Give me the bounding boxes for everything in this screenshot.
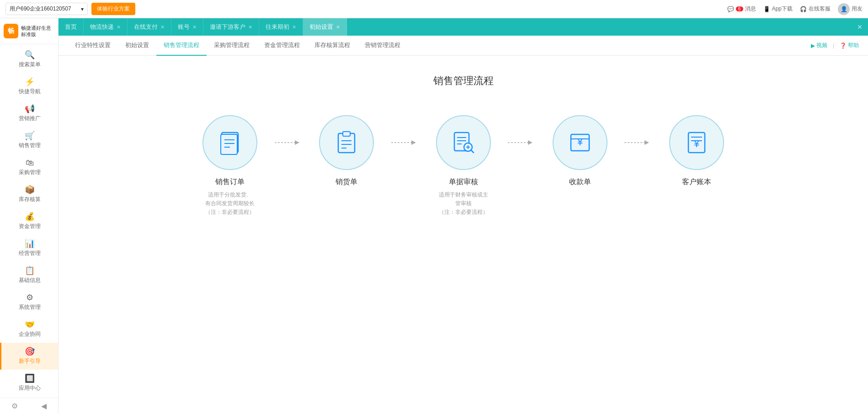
sidebar-item-quick-nav[interactable]: ⚡ 快捷导航	[0, 73, 58, 100]
user-dropdown[interactable]: 用户690企业1660120507 ▾	[5, 3, 88, 15]
sub-tab-industry-settings[interactable]: 行业特性设置	[68, 36, 118, 56]
sidebar-label-inventory: 库存核算	[19, 196, 41, 203]
message-label: 消息	[745, 5, 756, 13]
nav-tab-close-payment[interactable]: ✕	[160, 24, 165, 30]
flow-arrow-2	[388, 138, 422, 147]
user-profile-item[interactable]: 👤 用友	[838, 3, 863, 15]
nav-tab-logistics[interactable]: 物流快递✕	[84, 18, 128, 36]
sidebar-item-inventory[interactable]: 📦 库存核算	[0, 181, 58, 208]
nav-tab-account[interactable]: 账号✕	[171, 18, 203, 36]
nav-tab-invite-downstream[interactable]: 邀请下游客户✕	[203, 18, 259, 36]
svg-marker-16	[411, 140, 416, 145]
flow-step-desc-doc-review: 适用于财务审核或主管审核（注：非必要流程）	[439, 191, 488, 217]
headset-icon: 🎧	[800, 6, 807, 12]
sidebar-item-purchase-mgmt[interactable]: 🛍 采购管理	[0, 154, 58, 181]
sub-tab-capital-flow[interactable]: 资金管理流程	[257, 36, 307, 56]
help-link[interactable]: ❓ 帮助	[840, 42, 859, 49]
sidebar-label-finance-mgmt: 资金管理	[19, 223, 41, 230]
message-badge: 6	[736, 6, 743, 11]
nav-bar-close-all[interactable]: ✕	[852, 23, 868, 31]
sidebar-item-app-center[interactable]: 🔲 应用中心	[0, 370, 58, 397]
sidebar-label-sys-mgmt: 系统管理	[19, 303, 41, 311]
flow-step-circle-collection: ¥	[553, 115, 607, 170]
phone-icon: 📱	[763, 6, 770, 12]
trial-btn[interactable]: 体验行业方案	[91, 3, 135, 15]
app-layout: 畅 畅捷通好生意 标准版 🔍 搜索菜单 ⚡ 快捷导航 📢 营销推广 🛒 销售管理…	[0, 18, 868, 414]
sidebar-item-sys-mgmt[interactable]: ⚙ 系统管理	[0, 289, 58, 316]
flow-step-sales-order[interactable]: 销售订单 适用于分批发货、有合同发货周期较长（注：非必要流程）	[189, 115, 271, 217]
sidebar-item-marketing-promo[interactable]: 📢 营销推广	[0, 100, 58, 127]
flow-step-collection[interactable]: ¥ 收款单	[539, 115, 621, 191]
online-service-label: 在线客服	[809, 5, 831, 13]
sub-tab-init-settings[interactable]: 初始设置	[118, 36, 156, 56]
sidebar-nav: 🔍 搜索菜单 ⚡ 快捷导航 📢 营销推广 🛒 销售管理 🛍 采购管理 📦 库存核…	[0, 44, 58, 398]
sidebar-icon-enterprise-collab: 🤝	[25, 320, 35, 329]
flow-title: 销售管理流程	[433, 74, 494, 88]
sidebar-item-enterprise-collab[interactable]: 🤝 企业协同	[0, 316, 58, 343]
nav-tab-close-init-settings[interactable]: ✕	[336, 24, 340, 30]
nav-tab-close-invite-downstream[interactable]: ✕	[248, 24, 252, 30]
flow-step-circle-doc-review	[436, 115, 491, 170]
nav-tab-payment[interactable]: 在线支付✕	[128, 18, 171, 36]
sidebar-item-new-guide[interactable]: 🎯 新手引导	[0, 343, 58, 370]
sidebar-item-basic-info[interactable]: 📋 基础信息	[0, 262, 58, 289]
nav-tab-close-period-init[interactable]: ✕	[292, 24, 296, 30]
sidebar-logo: 畅 畅捷通好生意 标准版	[0, 18, 58, 44]
nav-tab-period-init[interactable]: 往来期初✕	[259, 18, 303, 36]
sidebar-icon-purchase-mgmt: 🛍	[26, 159, 34, 167]
sidebar-item-sales-mgmt[interactable]: 🛒 销售管理	[0, 127, 58, 154]
sidebar-item-ops-mgmt[interactable]: 📊 经营管理	[0, 235, 58, 262]
nav-tab-home[interactable]: 首页	[59, 18, 84, 36]
flow-step-name-customer-account: 客户账本	[682, 177, 711, 187]
svg-text:¥: ¥	[577, 136, 583, 148]
sub-tabs-right: ▶ 视频 | ❓ 帮助	[811, 42, 859, 49]
help-label: 帮助	[848, 42, 859, 49]
sidebar-label-ops-mgmt: 经营管理	[19, 249, 41, 257]
sub-tab-sales-flow[interactable]: 销售管理流程	[156, 36, 207, 56]
collapse-icon[interactable]: ◀	[41, 402, 47, 410]
online-service-item[interactable]: 🎧 在线客服	[800, 5, 831, 13]
nav-tab-label-payment: 在线支付	[134, 23, 158, 31]
flow-step-doc-review[interactable]: 单据审核 适用于财务审核或主管审核（注：非必要流程）	[422, 115, 504, 217]
sidebar-icon-basic-info: 📋	[25, 266, 35, 275]
flow-arrow-1	[271, 138, 306, 147]
sidebar-icon-sales-mgmt: 🛒	[25, 132, 35, 140]
sidebar-icon-inventory: 📦	[25, 186, 35, 194]
app-download-label: App下载	[772, 5, 793, 13]
nav-tab-label-home: 首页	[65, 23, 77, 31]
settings-icon[interactable]: ⚙	[11, 402, 18, 410]
svg-marker-9	[295, 140, 299, 145]
sidebar-icon-app-center: 🔲	[25, 374, 35, 382]
video-label: 视频	[816, 42, 827, 49]
sidebar-label-sales-mgmt: 销售管理	[19, 142, 41, 149]
sidebar-label-search: 搜索菜单	[19, 61, 41, 69]
app-download-item[interactable]: 📱 App下载	[763, 5, 793, 13]
flow-step-sales-invoice[interactable]: 销货单	[306, 115, 388, 191]
flow-step-name-collection: 收款单	[569, 177, 591, 187]
sidebar-item-finance-mgmt[interactable]: 💰 资金管理	[0, 208, 58, 235]
help-icon: ❓	[840, 42, 847, 49]
flow-steps: 销售订单 适用于分批发货、有合同发货周期较长（注：非必要流程） 销货单	[189, 115, 738, 217]
sidebar-label-enterprise-collab: 企业协同	[19, 330, 41, 338]
sidebar-item-search[interactable]: 🔍 搜索菜单	[0, 46, 58, 73]
sidebar-label-quick-nav: 快捷导航	[19, 88, 41, 96]
top-header: 用户690企业1660120507 ▾ 体验行业方案 💬 6 消息 📱 App下…	[0, 0, 868, 18]
flow-step-circle-sales-order	[202, 115, 257, 170]
header-right: 💬 6 消息 📱 App下载 🎧 在线客服 👤 用友	[727, 3, 863, 15]
page-area: 行业特性设置初始设置销售管理流程采购管理流程资金管理流程库存核算流程营销管理流程…	[59, 36, 868, 414]
sub-tab-marketing-flow[interactable]: 营销管理流程	[357, 36, 408, 56]
nav-tab-close-account[interactable]: ✕	[192, 24, 197, 30]
message-item[interactable]: 💬 6 消息	[727, 5, 756, 13]
sidebar-icon-search: 🔍	[25, 51, 35, 59]
video-link[interactable]: ▶ 视频	[811, 42, 827, 49]
svg-text:¥: ¥	[693, 138, 700, 149]
flow-step-customer-account[interactable]: ¥ 客户账本	[655, 115, 737, 191]
sub-tab-purchase-flow[interactable]: 采购管理流程	[207, 36, 257, 56]
nav-tab-close-logistics[interactable]: ✕	[117, 24, 121, 30]
nav-tab-label-account: 账号	[178, 23, 190, 31]
sidebar-label-purchase-mgmt: 采购管理	[19, 169, 41, 176]
logo-icon: 畅	[4, 24, 18, 38]
nav-tab-init-settings[interactable]: 初始设置✕	[303, 18, 347, 36]
svg-marker-26	[528, 140, 533, 145]
sub-tab-inventory-flow[interactable]: 库存核算流程	[307, 36, 357, 56]
